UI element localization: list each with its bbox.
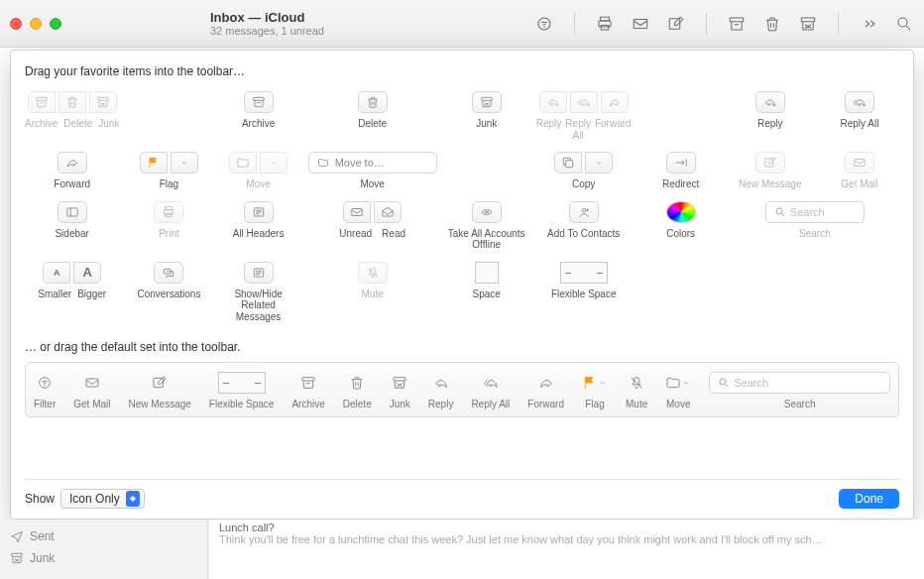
default-flex[interactable]: Flexible Space: [209, 371, 275, 410]
headers-icon: [252, 205, 266, 219]
default-mute[interactable]: Mute: [626, 371, 647, 410]
item-print[interactable]: Print: [129, 200, 208, 251]
item-getmail[interactable]: Get Mail: [820, 151, 899, 190]
default-junk[interactable]: Junk: [390, 371, 410, 410]
item-offline[interactable]: Take All Accounts Offline: [447, 200, 526, 251]
sidebar-icon: [65, 205, 79, 219]
default-archive[interactable]: Archive: [291, 371, 324, 410]
item-label: New Message: [739, 178, 801, 190]
unread-icon: [350, 205, 364, 219]
item-palette: Archive Delete Junk Archive Delete Junk: [25, 90, 899, 322]
item-junk[interactable]: Junk: [447, 90, 526, 141]
offline-icon: [480, 205, 494, 219]
default-search[interactable]: SearchSearch: [709, 371, 890, 410]
compose-icon: [763, 156, 777, 170]
item-replyall[interactable]: Reply All: [820, 90, 899, 141]
sidebar-item-junk[interactable]: Junk: [10, 547, 197, 569]
item-label: Redirect: [662, 178, 699, 190]
folder-icon: [317, 157, 329, 169]
item-mute[interactable]: Mute: [308, 261, 437, 323]
item-archive-delete-junk-group[interactable]: Archive Delete Junk: [25, 90, 119, 141]
chevron-down-icon: [179, 158, 189, 168]
color-wheel-icon: [666, 201, 696, 223]
item-colors[interactable]: Colors: [641, 200, 721, 251]
default-reply[interactable]: Reply: [428, 371, 454, 410]
search-placeholder: Search: [790, 206, 825, 218]
item-label: Junk: [98, 118, 119, 130]
printer-icon[interactable]: [595, 14, 615, 34]
sidebar-item-sent[interactable]: Sent: [10, 525, 197, 547]
read-icon: [381, 205, 395, 219]
replyall-icon: [577, 95, 591, 109]
junk-icon[interactable]: [798, 14, 818, 34]
item-space[interactable]: Space: [447, 261, 526, 323]
item-forward[interactable]: Forward: [25, 151, 119, 190]
item-label: Forward: [595, 118, 632, 141]
default-getmail[interactable]: Get Mail: [73, 371, 110, 410]
copy-icon: [561, 156, 575, 170]
show-mode-select[interactable]: Icon Only: [60, 489, 145, 509]
done-button[interactable]: Done: [839, 489, 899, 509]
item-label: Sidebar: [55, 228, 88, 240]
item-smaller-bigger[interactable]: A A Smaller Bigger: [25, 261, 119, 323]
filter-icon[interactable]: [534, 14, 554, 34]
trash-icon: [366, 95, 380, 109]
item-archive[interactable]: Archive: [219, 90, 298, 141]
item-moveto-field[interactable]: Move to… Move: [308, 151, 437, 190]
zoom-window[interactable]: [50, 18, 61, 30]
item-label: Delete: [358, 118, 387, 130]
flexible-space-icon: [560, 262, 608, 284]
space-icon: [475, 262, 499, 284]
forward-icon: [538, 375, 554, 391]
item-reply-group[interactable]: Reply Reply All Forward: [536, 90, 632, 141]
envelope-icon: [84, 375, 100, 391]
trash-icon: [65, 95, 79, 109]
default-replyall[interactable]: Reply All: [471, 371, 510, 410]
default-delete[interactable]: Delete: [343, 371, 372, 410]
item-flexible-space[interactable]: Flexible Space: [536, 261, 632, 323]
item-newmessage[interactable]: New Message: [731, 151, 810, 190]
default-forward[interactable]: Forward: [527, 371, 564, 410]
item-reply[interactable]: Reply: [731, 90, 810, 141]
item-delete[interactable]: Delete: [308, 90, 437, 141]
item-unread-read[interactable]: Unread Read: [308, 200, 437, 251]
default-flag[interactable]: Flag: [582, 371, 608, 410]
item-label: Copy: [572, 178, 595, 190]
search-icon: [718, 377, 730, 389]
default-move[interactable]: Move: [665, 371, 691, 410]
trash-icon[interactable]: [762, 14, 782, 34]
item-showhide-related[interactable]: Show/Hide Related Messages: [219, 261, 298, 323]
item-addcontacts[interactable]: Add To Contacts: [536, 200, 632, 251]
item-label: Add To Contacts: [547, 228, 620, 240]
close-window[interactable]: [10, 18, 22, 30]
print-icon: [162, 205, 175, 219]
replyall-icon: [853, 95, 866, 109]
default-newmessage[interactable]: New Message: [128, 371, 190, 410]
item-allheaders[interactable]: All Headers: [219, 200, 298, 251]
item-label: Mute: [362, 289, 384, 300]
minimize-window[interactable]: [30, 18, 42, 30]
default-filter[interactable]: Filter: [34, 371, 56, 410]
envelope-icon[interactable]: [631, 14, 650, 34]
item-flag[interactable]: Flag: [129, 151, 208, 190]
item-sidebar[interactable]: Sidebar: [25, 200, 119, 251]
item-searchfield[interactable]: Search Search: [731, 200, 899, 251]
window-titlebar: Inbox — iCloud 32 messages, 1 unread: [0, 0, 924, 48]
window-toolbar: [534, 0, 914, 48]
flag-icon: [582, 375, 598, 391]
item-redirect[interactable]: Redirect: [641, 151, 721, 190]
default-toolbar-set[interactable]: Filter Get Mail New Message Flexible Spa…: [25, 362, 899, 417]
more-icon[interactable]: [859, 14, 878, 34]
compose-icon[interactable]: [666, 14, 686, 34]
archive-icon[interactable]: [727, 14, 747, 34]
item-copy[interactable]: Copy: [536, 151, 632, 190]
junk-icon: [392, 375, 407, 391]
item-label: Move: [360, 178, 384, 190]
item-label: Smaller: [38, 289, 71, 300]
item-conversations[interactable]: Conversations: [129, 261, 208, 323]
conversations-icon: [162, 266, 175, 280]
item-move-menu[interactable]: Move: [219, 151, 298, 190]
item-label: All Headers: [233, 228, 285, 240]
search-icon[interactable]: [894, 14, 914, 34]
item-label: Get Mail: [841, 178, 877, 190]
